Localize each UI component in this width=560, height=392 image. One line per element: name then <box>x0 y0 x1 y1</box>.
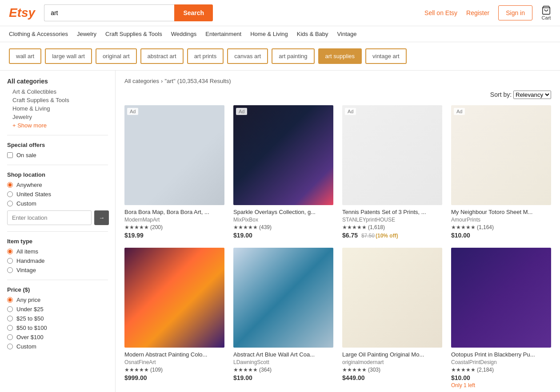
product-title-6: Abstract Art Blue Wall Art Coa... <box>233 351 333 358</box>
nav-item-weddings[interactable]: Weddings <box>171 31 197 37</box>
product-card-5[interactable]: Modern Abstract Painting Colo... OsnatFi… <box>124 248 224 388</box>
product-card-8[interactable]: Ootopus Print in Blackberry Pu... Coasta… <box>451 248 551 388</box>
price-radio-group: Any priceUnder $25$25 to $50$50 to $100O… <box>7 297 108 350</box>
sidebar-category-craft-supplies-&-tools[interactable]: Craft Supplies & Tools <box>7 97 108 103</box>
on-sale-checkbox[interactable] <box>7 152 13 158</box>
product-image-6 <box>233 248 333 348</box>
price-section: Price ($) Any priceUnder $25$25 to $50$5… <box>7 286 108 350</box>
price-option-custom[interactable]: Custom <box>7 343 108 350</box>
breadcrumb-query: "art" <box>164 78 175 84</box>
sort-select[interactable]: Relevancy <box>513 91 551 99</box>
location-radio-group: AnywhereUnited StatesCustom <box>7 182 108 207</box>
nav-item-clothing--accessories[interactable]: Clothing & Accessories <box>9 31 68 37</box>
search-button[interactable]: Search <box>174 4 213 21</box>
location-option-custom[interactable]: Custom <box>7 200 108 207</box>
on-sale-label: On sale <box>16 152 36 158</box>
product-shop-2: MixPixBox <box>233 217 333 223</box>
cart-label: Cart <box>542 15 551 20</box>
product-title-1: Bora Bora Map, Bora Bora Art, ... <box>124 209 224 215</box>
main-nav: Clothing & AccessoriesJewelryCraft Suppl… <box>0 26 560 42</box>
tag-pills: wall artlarge wall artoriginal artabstra… <box>0 42 560 71</box>
product-image-8 <box>451 248 551 348</box>
show-more-link[interactable]: + Show more <box>7 122 108 129</box>
on-sale-option[interactable]: On sale <box>7 152 108 158</box>
product-title-7: Large Oil Painting Original Mo... <box>342 351 442 358</box>
register-link[interactable]: Register <box>466 9 489 16</box>
nav-item-home--living[interactable]: Home & Living <box>250 31 288 37</box>
product-title-8: Ootopus Print in Blackberry Pu... <box>451 351 551 358</box>
tag-art-supplies[interactable]: art supplies <box>318 48 362 64</box>
tag-art-prints[interactable]: art prints <box>187 48 224 64</box>
product-shop-3: STANLEYprintHOUSE <box>342 217 442 223</box>
product-price-6: $19.00 <box>233 374 333 381</box>
product-shop-6: LDawningScott <box>233 359 333 365</box>
product-image-4: Ad <box>451 105 551 205</box>
product-card-4[interactable]: Ad My Neighbour Totoro Sheet M... AmourP… <box>451 105 551 239</box>
location-text-input[interactable] <box>7 210 92 225</box>
breadcrumb-separator: › <box>161 78 163 84</box>
tag-art-painting[interactable]: art painting <box>272 48 314 64</box>
sidebar-category-art-&-collectibles[interactable]: Art & Collectibles <box>7 88 108 95</box>
tag-canvas-art[interactable]: canvas art <box>227 48 268 64</box>
product-price-8: $10.00 <box>451 374 551 381</box>
item-type-title: Item type <box>7 238 108 245</box>
product-rating-2: ★★★★★ (439) <box>233 224 333 230</box>
sidebar-category-jewelry[interactable]: Jewelry <box>7 114 108 120</box>
product-rating-7: ★★★★★ (303) <box>342 367 442 373</box>
location-input-group: → <box>7 210 108 225</box>
product-title-3: Tennis Patents Set of 3 Prints, ... <box>342 209 442 215</box>
item-type-option-all[interactable]: All items <box>7 248 108 255</box>
categories-title: All categories <box>7 78 108 85</box>
sidebar-category-home-&-living[interactable]: Home & Living <box>7 105 108 112</box>
product-shop-8: CoastalPrintDesign <box>451 359 551 365</box>
tag-vintage-art[interactable]: vintage art <box>365 48 407 64</box>
results-header: Sort by: Relevancy <box>124 91 551 99</box>
tag-large-wall-art[interactable]: large wall art <box>45 48 92 64</box>
tag-original-art[interactable]: original art <box>96 48 137 64</box>
product-rating-6: ★★★★★ (364) <box>233 367 333 373</box>
product-card-1[interactable]: Ad Bora Bora Map, Bora Bora Art, ... Mod… <box>124 105 224 239</box>
product-rating-4: ★★★★★ (1,164) <box>451 224 551 230</box>
product-card-3[interactable]: Ad Tennis Patents Set of 3 Prints, ... S… <box>342 105 442 239</box>
product-image-2: Ad <box>233 105 333 205</box>
breadcrumb-category[interactable]: All categories <box>124 78 159 84</box>
product-rating-8: ★★★★★ (2,184) <box>451 367 551 373</box>
cart-button[interactable]: Cart <box>541 5 551 20</box>
product-image-7 <box>342 248 442 348</box>
nav-item-craft-supplies--tools[interactable]: Craft Supplies & Tools <box>105 31 162 37</box>
nav-item-vintage[interactable]: Vintage <box>337 31 357 37</box>
item-type-option-handmade[interactable]: Handmade <box>7 257 108 264</box>
nav-item-jewelry[interactable]: Jewelry <box>77 31 96 37</box>
main-content: All categories › "art" (10,353,434 Resul… <box>116 71 560 392</box>
price-option-over100[interactable]: Over $100 <box>7 334 108 341</box>
price-title: Price ($) <box>7 286 108 293</box>
location-option-us[interactable]: United States <box>7 191 108 198</box>
nav-item-entertainment[interactable]: Entertainment <box>205 31 241 37</box>
price-option-25to50[interactable]: $25 to $50 <box>7 315 108 322</box>
tag-wall-art[interactable]: wall art <box>9 48 41 64</box>
nav-item-kids--baby[interactable]: Kids & Baby <box>297 31 328 37</box>
header: Etsy Search Sell on Etsy Register Sign i… <box>0 0 560 26</box>
shop-location-section: Shop location AnywhereUnited StatesCusto… <box>7 171 108 225</box>
product-price-2: $19.00 <box>233 232 333 239</box>
etsy-logo[interactable]: Etsy <box>9 6 35 20</box>
product-card-7[interactable]: Large Oil Painting Original Mo... origin… <box>342 248 442 388</box>
location-option-anywhere[interactable]: Anywhere <box>7 182 108 188</box>
product-card-2[interactable]: Ad Sparkle Overlays Collection, g... Mix… <box>233 105 333 239</box>
price-option-any[interactable]: Any price <box>7 297 108 303</box>
product-image-5 <box>124 248 224 348</box>
product-card-6[interactable]: Abstract Art Blue Wall Art Coa... LDawni… <box>233 248 333 388</box>
tag-abstract-art[interactable]: abstract art <box>140 48 184 64</box>
price-option-under25[interactable]: Under $25 <box>7 306 108 313</box>
search-input[interactable] <box>44 4 174 21</box>
sign-in-button[interactable]: Sign in <box>498 5 532 20</box>
sell-on-etsy-link[interactable]: Sell on Etsy <box>424 9 457 16</box>
item-type-option-vintage[interactable]: Vintage <box>7 267 108 273</box>
product-image-3: Ad <box>342 105 442 205</box>
price-option-50to100[interactable]: $50 to $100 <box>7 325 108 331</box>
special-offers-title: Special offers <box>7 142 108 148</box>
categories-section: All categories Art & CollectiblesCraft S… <box>7 78 108 129</box>
location-submit-button[interactable]: → <box>94 210 109 225</box>
product-image-1: Ad <box>124 105 224 205</box>
breadcrumb: All categories › "art" (10,353,434 Resul… <box>124 78 551 84</box>
